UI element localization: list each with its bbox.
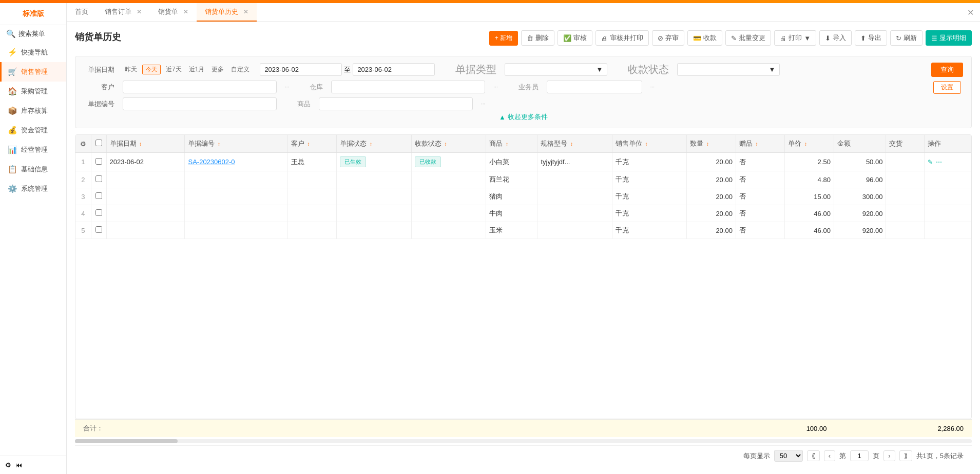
cell-check-2[interactable]	[91, 188, 106, 205]
cell-collect-status-2	[411, 188, 486, 205]
sidebar-item-quick-nav[interactable]: ⚡ 快捷导航	[0, 43, 66, 62]
cell-check-0[interactable]	[91, 153, 106, 171]
per-page-select[interactable]: 50 100 200	[774, 450, 803, 462]
cell-check-4[interactable]	[91, 222, 106, 239]
settings-button[interactable]: 设置	[933, 81, 961, 94]
row-check-3[interactable]	[95, 209, 102, 216]
show-detail-button[interactable]: ☰ 显示明细	[926, 30, 972, 46]
review-button[interactable]: ✅ 审核	[558, 30, 592, 46]
staff-input[interactable]	[547, 81, 642, 93]
row-check-4[interactable]	[95, 226, 102, 233]
print-dropdown-icon: ▼	[804, 34, 811, 42]
collect-button[interactable]: 💳 收款	[687, 30, 722, 46]
export-button[interactable]: ⬆ 导出	[855, 30, 887, 46]
cell-check-3[interactable]	[91, 205, 106, 222]
sidebar-item-inventory[interactable]: 📦 库存核算	[0, 101, 66, 121]
tab-sales-history[interactable]: 销货单历史 ✕	[197, 3, 257, 22]
th-check[interactable]	[91, 135, 106, 153]
preset-yesterday[interactable]: 昨天	[123, 64, 139, 75]
sidebar-item-basic[interactable]: 📋 基础信息	[0, 160, 66, 179]
goods-more-dots[interactable]: ···	[481, 101, 485, 107]
collapse-filter-button[interactable]: ▲ 收起更多条件	[499, 112, 548, 122]
more-action[interactable]: ⋯	[936, 159, 942, 166]
tab-sales-goods[interactable]: 销货单 ✕	[150, 3, 197, 22]
th-customer[interactable]: 客户 ↕	[287, 135, 336, 153]
warehouse-more-dots[interactable]: ···	[493, 84, 497, 90]
tab-sales-order-close[interactable]: ✕	[137, 8, 142, 15]
collapse-sidebar-icon[interactable]: ⏮	[15, 461, 22, 469]
date-to-input[interactable]	[353, 63, 435, 76]
th-qty[interactable]: 数量 ↕	[687, 135, 736, 153]
sidebar-item-purchase[interactable]: 🏠 采购管理	[0, 82, 66, 101]
sidebar-item-finance[interactable]: 💰 资金管理	[0, 121, 66, 140]
cell-billno-3[interactable]	[185, 205, 287, 222]
cell-no-0: 1	[75, 153, 91, 171]
scrollbar-track[interactable]	[75, 439, 972, 443]
billno-input[interactable]	[123, 97, 277, 110]
preset-today[interactable]: 今天	[142, 65, 161, 74]
th-gift[interactable]: 赠品 ↕	[736, 135, 784, 153]
scrollbar-thumb[interactable]	[75, 439, 178, 443]
tab-sales-history-close[interactable]: ✕	[243, 8, 248, 15]
th-billno[interactable]: 单据编号 ↕	[185, 135, 287, 153]
sidebar-search[interactable]: 🔍 搜索菜单	[0, 25, 66, 43]
th-goods[interactable]: 商品 ↕	[486, 135, 537, 153]
print-button[interactable]: 🖨 打印 ▼	[774, 30, 816, 46]
customer-more-dots[interactable]: ···	[285, 84, 289, 90]
new-button[interactable]: + 新增	[489, 31, 518, 46]
first-page-button[interactable]: ⟪	[807, 450, 820, 461]
preset-7days[interactable]: 近7天	[164, 64, 184, 75]
warehouse-input[interactable]	[331, 81, 485, 93]
page-number-input[interactable]	[850, 450, 869, 461]
batch-change-button[interactable]: ✎ 批量变更	[725, 30, 771, 46]
next-page-button[interactable]: ›	[883, 450, 895, 461]
cell-goods-0: 小白菜	[486, 153, 537, 171]
collect-status-select[interactable]: ▼	[677, 63, 780, 76]
th-date[interactable]: 单据日期 ↕	[106, 135, 185, 153]
th-collect-status[interactable]: 收款状态 ↕	[411, 135, 486, 153]
sidebar-basic-label: 基础信息	[21, 165, 48, 174]
check-all[interactable]	[95, 140, 102, 146]
preset-1month[interactable]: 近1月	[187, 64, 207, 75]
staff-filter-label: 业务员	[518, 83, 539, 92]
tab-sales-goods-close[interactable]: ✕	[183, 8, 188, 15]
preset-custom[interactable]: 自定义	[229, 64, 252, 75]
row-check-1[interactable]	[95, 175, 102, 182]
import-button[interactable]: ⬇ 导入	[819, 30, 852, 46]
row-check-0[interactable]	[95, 158, 102, 165]
cell-collect-status-1	[411, 171, 486, 188]
cell-billno-0[interactable]: SA-20230602-0	[185, 153, 287, 171]
sidebar-item-system[interactable]: ⚙️ 系统管理	[0, 179, 66, 199]
date-from-input[interactable]	[260, 63, 342, 76]
tab-close-all[interactable]: ✕	[961, 8, 980, 17]
refresh-button[interactable]: ↻ 刷新	[890, 30, 923, 46]
delete-button[interactable]: 🗑 删除	[521, 30, 554, 46]
type-select[interactable]: ▼	[505, 63, 607, 76]
review-print-button[interactable]: 🖨 审核并打印	[595, 30, 649, 46]
cell-billno-2[interactable]	[185, 188, 287, 205]
staff-more-dots[interactable]: ···	[650, 84, 655, 90]
settings-bottom-icon[interactable]: ⚙	[5, 461, 11, 469]
prev-page-button[interactable]: ‹	[824, 450, 835, 461]
tab-sales-order[interactable]: 销售订单 ✕	[97, 3, 150, 22]
last-page-button[interactable]: ⟫	[899, 450, 912, 461]
cell-billno-4[interactable]	[185, 222, 287, 239]
query-button[interactable]: 查询	[931, 63, 963, 77]
goods-input[interactable]	[319, 97, 473, 110]
row-check-2[interactable]	[95, 192, 102, 199]
edit-action[interactable]: ✎	[928, 159, 933, 166]
cell-billno-1[interactable]	[185, 171, 287, 188]
th-spec[interactable]: 规格型号 ↕	[537, 135, 612, 153]
th-unit[interactable]: 销售单位 ↕	[612, 135, 687, 153]
customer-input[interactable]	[123, 81, 277, 93]
abandon-button[interactable]: ⊘ 弃审	[652, 30, 684, 46]
th-gear[interactable]: ⚙	[75, 135, 91, 153]
cell-check-1[interactable]	[91, 171, 106, 188]
tab-home[interactable]: 首页	[67, 3, 97, 22]
th-price[interactable]: 单价 ↕	[785, 135, 834, 153]
sidebar-item-operations[interactable]: 📊 经营管理	[0, 140, 66, 160]
sidebar-item-sales[interactable]: 🛒 销售管理	[0, 62, 66, 82]
th-bill-status[interactable]: 单据状态 ↕	[337, 135, 412, 153]
total-qty: 100.00	[806, 425, 827, 432]
preset-more[interactable]: 更多	[209, 64, 226, 75]
